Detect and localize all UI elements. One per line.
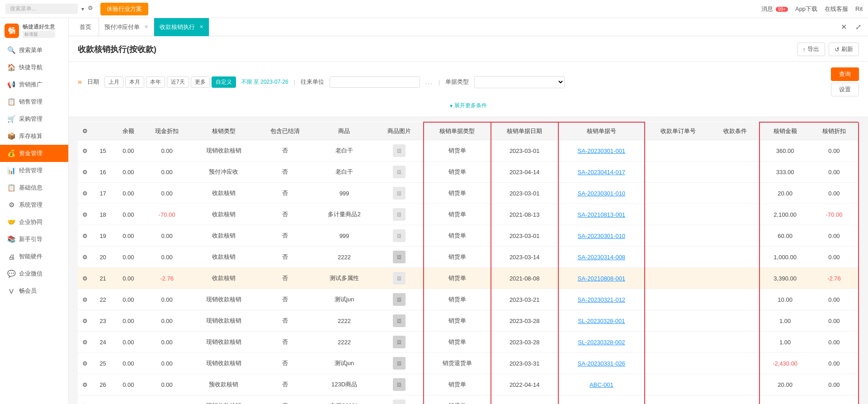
cell-goods-image[interactable]: 🖼 — [375, 310, 424, 332]
date-btn-custom[interactable]: 自定义 — [212, 76, 236, 88]
cell-verify-discount: 0.00 — [810, 225, 859, 247]
expand-more-button[interactable]: ▾ 展开更多条件 — [450, 102, 487, 109]
main-table: ⚙ 余额 现金折扣 核销类型 包含已结清 商品 商品图片 核销单据类型 核销单据… — [78, 122, 859, 404]
cell-bill-no[interactable]: ABC-001 — [558, 374, 645, 395]
date-btn-last-month[interactable]: 上月 — [104, 76, 123, 88]
cell-goods: 老白干 — [313, 162, 375, 183]
cell-bill-type: 销货单 — [424, 268, 491, 289]
cell-goods-image[interactable]: 🖼 — [375, 353, 424, 374]
cell-gear[interactable]: ⚙ — [78, 140, 92, 162]
industry-solution-button[interactable]: 休验行业方案 — [100, 3, 148, 15]
date-btn-this-month[interactable]: 本月 — [125, 76, 144, 88]
sidebar-item-wechat[interactable]: 💬 企业微信 — [0, 265, 68, 282]
cell-bill-no[interactable]: SA-20230301-001 — [558, 140, 645, 162]
cell-bill-no[interactable]: SA-20230331-026 — [558, 353, 645, 374]
top-search-area[interactable]: 搜索菜单... — [5, 4, 78, 14]
query-button[interactable]: 查询 — [831, 67, 859, 81]
cell-gear[interactable]: ⚙ — [78, 204, 92, 225]
cell-gear[interactable]: ⚙ — [78, 353, 92, 374]
cell-goods-image[interactable]: 🖼 — [375, 183, 424, 204]
cell-gear[interactable]: ⚙ — [78, 310, 92, 332]
date-btn-last-7-days[interactable]: 近7天 — [167, 76, 189, 88]
cell-bill-no[interactable]: SA-20210813-001 — [558, 204, 645, 225]
sidebar-item-search[interactable]: 🔍 搜索菜单 — [0, 42, 68, 59]
cell-seq: 27 — [92, 395, 113, 404]
cell-goods-image[interactable]: 🖼 — [375, 374, 424, 395]
sidebar-item-system[interactable]: ⚙ 系统管理 — [0, 196, 68, 214]
cell-bill-no[interactable]: SA-20230314-008 — [558, 247, 645, 268]
cell-gear[interactable]: ⚙ — [78, 332, 92, 353]
sidebar-item-hardware[interactable]: 🖨 智能硬件 — [0, 248, 68, 265]
sidebar-item-vip[interactable]: V 畅会员 — [0, 282, 68, 299]
date-btn-this-year[interactable]: 本年 — [146, 76, 165, 88]
export-button[interactable]: ↑ 导出 — [797, 43, 826, 56]
cell-gear[interactable]: ⚙ — [78, 395, 92, 404]
app-download-link[interactable]: App下载 — [795, 5, 817, 13]
tab-receipt-verify[interactable]: 收款核销执行 ✕ — [154, 18, 209, 36]
cell-bill-no[interactable]: SA-20230321-012 — [558, 289, 645, 310]
top-dropdown-arrow[interactable]: ▾ — [81, 6, 84, 12]
tab-close-all-button[interactable]: ✕ — [837, 21, 850, 33]
cell-goods: 测试jun — [313, 353, 375, 374]
cell-goods-image[interactable]: 🖼 — [375, 332, 424, 353]
tab-prepay-close[interactable]: ✕ — [144, 24, 148, 30]
cell-gear[interactable]: ⚙ — [78, 289, 92, 310]
cell-bill-no[interactable]: SA-20230414-017 — [558, 162, 645, 183]
export-icon: ↑ — [803, 46, 806, 53]
sidebar-item-operations[interactable]: 📊 经营管理 — [0, 162, 68, 179]
cell-gear[interactable]: ⚙ — [78, 247, 92, 268]
tab-receipt-verify-close[interactable]: ✕ — [199, 24, 203, 30]
refresh-button[interactable]: ↺ 刷新 — [829, 43, 859, 56]
sidebar-item-purchase[interactable]: 🛒 采购管理 — [0, 110, 68, 128]
sidebar-item-guide[interactable]: 📚 新手引导 — [0, 231, 68, 248]
sidebar-item-basic-info[interactable]: 📋 基础信息 — [0, 179, 68, 196]
bill-type-filter-select[interactable] — [474, 76, 565, 88]
cell-balance: 0.00 — [113, 204, 143, 225]
sidebar-item-marketing[interactable]: 📢 营销推广 — [0, 76, 68, 93]
filter-settings-button[interactable]: 设置 — [831, 83, 859, 96]
tab-expand-button[interactable]: ⤢ — [852, 21, 864, 33]
cell-bill-no[interactable]: SL-20230328-002 — [558, 332, 645, 353]
sidebar-label-wechat: 企业微信 — [19, 270, 42, 278]
cell-goods-image[interactable]: 🖼 — [375, 247, 424, 268]
sidebar-item-inventory[interactable]: 📦 库存核算 — [0, 128, 68, 145]
cell-bill-no[interactable]: SA-20210808-001 — [558, 268, 645, 289]
cell-gear[interactable]: ⚙ — [78, 268, 92, 289]
cell-goods-image[interactable]: 🖼 — [375, 395, 424, 404]
date-btn-more[interactable]: 更多 — [191, 76, 210, 88]
sidebar-item-sales[interactable]: 📋 销售管理 — [0, 93, 68, 110]
cell-goods-image[interactable]: 🖼 — [375, 225, 424, 247]
cell-bill-no[interactable]: SA-20230301-010 — [558, 225, 645, 247]
cell-gear[interactable]: ⚙ — [78, 225, 92, 247]
sidebar-item-enterprise[interactable]: 🤝 企业协同 — [0, 214, 68, 231]
online-service-link[interactable]: 在线客服 — [825, 5, 848, 13]
tab-home[interactable]: 首页 — [72, 18, 99, 36]
goods-image: 🖼 — [393, 357, 406, 370]
cell-gear[interactable]: ⚙ — [78, 183, 92, 204]
tab-prepay[interactable]: 预付冲应付单 ✕ — [99, 18, 154, 36]
settings-icon[interactable]: ⚙ — [88, 5, 97, 14]
cell-balance: 0.00 — [113, 183, 143, 204]
cell-gear[interactable]: ⚙ — [78, 162, 92, 183]
cell-cash-discount: 0.00 — [143, 395, 190, 404]
cell-goods-image[interactable]: 🖼 — [375, 268, 424, 289]
cell-cash-discount: -2.76 — [143, 268, 190, 289]
messages-link[interactable]: 消息 99+ — [761, 5, 788, 13]
cell-gear[interactable]: ⚙ — [78, 374, 92, 395]
partner-filter-label: 往来单位 — [301, 78, 324, 86]
cell-bill-no[interactable]: SL-20230328-001 — [558, 310, 645, 332]
cell-seq: 23 — [92, 310, 113, 332]
cell-bill-type: 销货单 — [424, 204, 491, 225]
cell-bill-no[interactable]: SA-20230301-010 — [558, 183, 645, 204]
sidebar-item-finance[interactable]: 💰 资金管理 — [0, 145, 68, 162]
cell-goods-image[interactable]: 🖼 — [375, 140, 424, 162]
cell-goods-image[interactable]: 🖼 — [375, 204, 424, 225]
cell-cash-discount: 0.00 — [143, 310, 190, 332]
cell-bill-no[interactable]: SL-20230408-001 — [558, 395, 645, 404]
filter-expand-icon[interactable]: » — [78, 78, 82, 86]
cell-goods-image[interactable]: 🖼 — [375, 289, 424, 310]
partner-filter-input[interactable] — [330, 76, 420, 88]
col-header-gear[interactable]: ⚙ — [78, 122, 92, 140]
sidebar-item-quick-nav[interactable]: 🏠 快捷导航 — [0, 59, 68, 76]
cell-goods-image[interactable]: 🖼 — [375, 162, 424, 183]
